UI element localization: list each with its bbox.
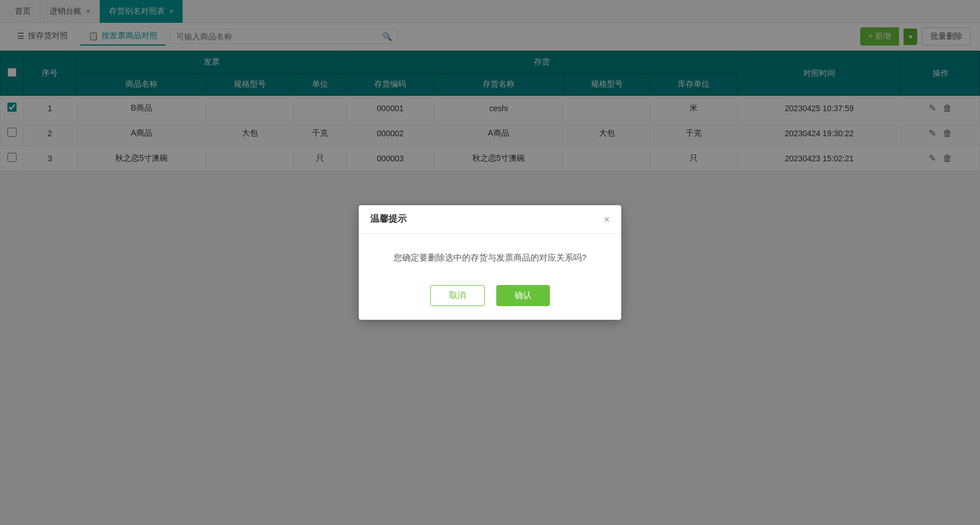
modal-overlay: 温馨提示 × 您确定要删除选中的存货与发票商品的对应关系吗? 取消 确认 <box>0 0 980 171</box>
